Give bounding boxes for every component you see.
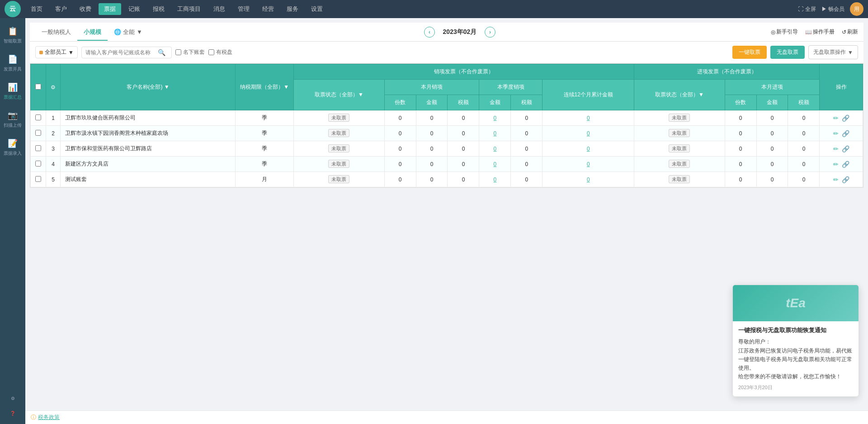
- nav-operation[interactable]: 经营: [257, 3, 279, 15]
- sidebar-item-scan-upload[interactable]: 📷 扫描上传: [0, 107, 25, 132]
- edit-icon[interactable]: ✏: [833, 114, 839, 122]
- dropdown-ops-icon: ▼: [848, 49, 853, 56]
- purchase-month-copies-cell: 0: [725, 157, 756, 172]
- owned-accounts-filter[interactable]: 名下账套: [175, 48, 205, 56]
- view-icon[interactable]: 🔗: [842, 161, 849, 168]
- sales-quarter-tax-cell: 0: [511, 110, 542, 126]
- tax-disk-checkbox[interactable]: [208, 49, 214, 55]
- data-table: ⚙ 客户名称(全部) ▼ 纳税期限（全部）▼ 销项发票（不合作废票） 进项发票（…: [30, 63, 863, 188]
- bottom-bar: ⓘ 税务政策: [25, 410, 868, 424]
- sales-quarter-amount-cell: 0: [479, 110, 511, 126]
- one-click-ticket-btn[interactable]: 一键取票: [732, 46, 767, 59]
- row-checkbox[interactable]: [35, 176, 41, 182]
- sales-quarter-tax-cell: 0: [511, 126, 542, 141]
- customer-name-cell: 卫辉市玖玖健合医药有限公司: [61, 110, 236, 126]
- nav-tax[interactable]: 报税: [147, 3, 170, 15]
- user-avatar[interactable]: 用: [850, 2, 863, 16]
- nav-business[interactable]: 工商项目: [172, 3, 206, 15]
- popup-body-text: 江苏政务网已恢复访问电子税务局功能，易代账一键登陆电子税务局与无盘取票相关功能可…: [738, 347, 853, 373]
- nav-home[interactable]: 首页: [25, 3, 48, 15]
- owned-accounts-checkbox[interactable]: [175, 49, 181, 55]
- search-icon[interactable]: 🔍: [158, 49, 165, 56]
- next-month-btn[interactable]: ›: [485, 27, 495, 38]
- tab-all[interactable]: 🌐 全能 ▼: [108, 24, 149, 41]
- row-checkbox[interactable]: [35, 130, 41, 136]
- guide-icon: ◎: [771, 29, 775, 35]
- nav-message[interactable]: 消息: [208, 3, 231, 15]
- tabs-left: 一般纳税人 小规模 🌐 全能 ▼: [35, 24, 149, 40]
- fullscreen-btn[interactable]: ⛶ 全屏: [798, 5, 816, 13]
- purchase-status-cell: 未取票: [634, 110, 725, 126]
- sidebar-item-invoice-entry[interactable]: 📝 票据录入: [0, 135, 25, 160]
- row-actions-cell: ✏ 🔗: [820, 141, 863, 157]
- nav-invoice[interactable]: 票据: [99, 3, 121, 15]
- purchase-month-tax-cell: 0: [788, 157, 820, 172]
- purchase-month-amount-cell: 0: [756, 172, 788, 187]
- purchase-status-header: 取票状态（全部）▼: [634, 80, 725, 110]
- sales-month-copies-cell: 0: [384, 157, 416, 172]
- employee-filter[interactable]: 全部员工 ▼: [35, 46, 78, 58]
- sidebar-settings-btn[interactable]: ⚙: [8, 392, 17, 405]
- manual-btn[interactable]: 📖 操作手册: [805, 28, 835, 36]
- nav-accounting[interactable]: 记账: [123, 3, 146, 15]
- nav-customer[interactable]: 客户: [50, 3, 72, 15]
- sales-invoice-header: 销项发票（不合作废票）: [294, 64, 634, 80]
- edit-icon[interactable]: ✏: [833, 161, 839, 168]
- sales-month-amount-header: 金额: [416, 95, 448, 110]
- date-navigation: ‹ 2023年02月 ›: [424, 27, 495, 38]
- diskless-ticket-btn[interactable]: 无盘取票: [770, 46, 805, 59]
- left-sidebar: 📋 智能取票 📄 发票开具 📊 票据汇总 📷 扫描上传 📝 票据录入 ⚙ ❓: [0, 18, 25, 424]
- row-checkbox[interactable]: [35, 145, 41, 151]
- nav-fee[interactable]: 收费: [74, 3, 97, 15]
- popup-body: 一键报税与无盘取票功能恢复通知 尊敬的用户： 江苏政务网已恢复访问电子税务局功能…: [733, 321, 859, 396]
- view-icon[interactable]: 🔗: [842, 176, 849, 183]
- row-checkbox[interactable]: [35, 114, 41, 120]
- tab-general-taxpayer[interactable]: 一般纳税人: [35, 24, 77, 41]
- nav-manage[interactable]: 管理: [232, 3, 255, 15]
- purchase-month-tax-cell: 0: [788, 172, 820, 187]
- top-navigation: 云 首页 客户 收费 票据 记账 报税 工商项目 消息 管理 经营 服务 设置 …: [0, 0, 868, 18]
- refresh-btn[interactable]: ↺ 刷新: [842, 28, 858, 36]
- row-actions-cell: ✏ 🔗: [820, 126, 863, 141]
- view-icon[interactable]: 🔗: [842, 145, 849, 152]
- sidebar-item-invoice-summary[interactable]: 📊 票据汇总: [0, 79, 25, 104]
- nav-settings[interactable]: 设置: [306, 3, 328, 15]
- purchase-month-tax-header: 税额: [788, 95, 820, 110]
- diskless-ticket-ops-btn[interactable]: 无盘取票操作 ▼: [808, 45, 858, 59]
- edit-icon[interactable]: ✏: [833, 145, 839, 152]
- row-checkbox[interactable]: [35, 161, 41, 167]
- customer-name-cell: 卫辉市保和堂医药有限公司卫辉路店: [61, 141, 236, 157]
- popup-greeting: 尊敬的用户：: [738, 338, 853, 346]
- toolbar: 全部员工 ▼ 🔍 名下账套 有税盘 一键取票 无盘取票: [30, 42, 863, 63]
- vip-btn[interactable]: ▶ 畅会员: [821, 5, 844, 13]
- row-id: 3: [46, 141, 61, 157]
- prev-month-btn[interactable]: ‹: [424, 27, 435, 38]
- tax-policy-link[interactable]: 税务政策: [38, 414, 60, 421]
- edit-icon[interactable]: ✏: [833, 176, 839, 183]
- select-all-checkbox[interactable]: [35, 84, 41, 90]
- edit-icon[interactable]: ✏: [833, 130, 839, 137]
- purchase-month-copies-cell: 0: [725, 141, 756, 157]
- purchase-month-tax-cell: 0: [788, 141, 820, 157]
- tax-disk-filter[interactable]: 有税盘: [208, 48, 232, 56]
- invoice-entry-icon: 📝: [8, 138, 18, 148]
- view-icon[interactable]: 🔗: [842, 114, 849, 122]
- nav-service[interactable]: 服务: [281, 3, 304, 15]
- sidebar-help-btn[interactable]: ❓: [8, 407, 17, 419]
- month-sales-header: 本月销项: [384, 80, 479, 95]
- annual12-header: 连续12个月累计金额: [542, 80, 634, 110]
- tab-small-scale[interactable]: 小规模: [77, 24, 108, 41]
- search-input-field[interactable]: [85, 49, 158, 56]
- popup-header-image: tEa: [733, 285, 859, 321]
- row-id: 5: [46, 172, 61, 187]
- purchase-month-copies-cell: 0: [725, 126, 756, 141]
- settings-col-icon[interactable]: ⚙: [51, 84, 56, 91]
- sidebar-item-smart-ticket[interactable]: 📋 智能取票: [0, 23, 25, 48]
- view-icon[interactable]: 🔗: [842, 130, 849, 137]
- sales-status-cell: 未取票: [294, 141, 384, 157]
- sidebar-item-invoice-issue[interactable]: 📄 发票开具: [0, 51, 25, 76]
- sales-quarter-tax-cell: 0: [511, 172, 542, 187]
- new-guide-btn[interactable]: ◎ 新手引导: [771, 28, 798, 36]
- month-purchase-header: 本月进项: [725, 80, 820, 95]
- sales-status-cell: 未取票: [294, 110, 384, 126]
